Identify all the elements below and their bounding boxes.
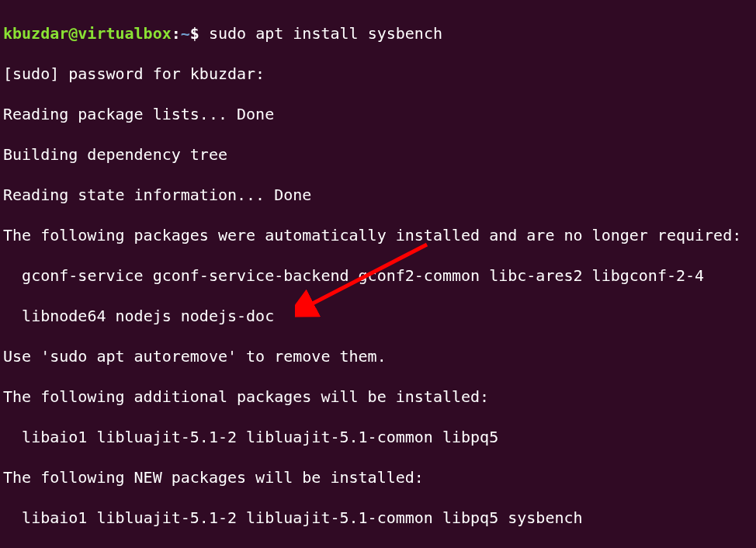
output-line: Use 'sudo apt autoremove' to remove them… bbox=[3, 346, 753, 366]
output-line: gconf-service gconf-service-backend gcon… bbox=[3, 265, 753, 286]
prompt-user: kbuzdar@virtualbox bbox=[3, 24, 172, 43]
prompt-path: ~ bbox=[181, 24, 190, 43]
prompt-line[interactable]: kbuzdar@virtualbox:~$ sudo apt install s… bbox=[3, 23, 753, 43]
output-line: The following NEW packages will be insta… bbox=[3, 467, 753, 487]
output-line: Building dependency tree bbox=[3, 144, 753, 165]
terminal-window[interactable]: kbuzdar@virtualbox:~$ sudo apt install s… bbox=[0, 0, 756, 548]
output-line: libaio1 libluajit-5.1-2 libluajit-5.1-co… bbox=[3, 427, 753, 447]
output-line: [sudo] password for kbuzdar: bbox=[3, 64, 753, 84]
command-text: sudo apt install sysbench bbox=[209, 24, 442, 43]
prompt-separator: : bbox=[172, 24, 181, 43]
output-line: libnode64 nodejs nodejs-doc bbox=[3, 306, 753, 326]
output-line: Reading state information... Done bbox=[3, 185, 753, 205]
output-line: The following packages were automaticall… bbox=[3, 225, 753, 245]
output-line: libaio1 libluajit-5.1-2 libluajit-5.1-co… bbox=[3, 508, 753, 528]
output-line: Reading package lists... Done bbox=[3, 104, 753, 124]
output-line: The following additional packages will b… bbox=[3, 387, 753, 407]
prompt-symbol: $ bbox=[190, 24, 199, 43]
